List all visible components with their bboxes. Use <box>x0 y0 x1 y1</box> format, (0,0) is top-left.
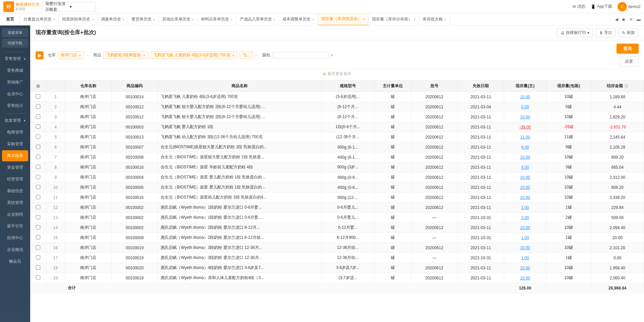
sidebar-item-retail-mgmt[interactable]: 零售管理 ▾ <box>2 53 28 64</box>
row-stock-main[interactable]: 10.00 <box>504 263 546 273</box>
row-checkbox[interactable] <box>30 172 46 182</box>
row-stock-main[interactable]: 3.00 <box>504 162 546 172</box>
account-selector[interactable]: 母婴行业演示账套 ▾ <box>42 2 96 11</box>
sidebar-quick-nav[interactable]: 快捷导航 <box>2 39 28 48</box>
sidebar-item-retail-stat[interactable]: 零售统计 <box>2 100 28 111</box>
row-stock-main[interactable]: 10.00 <box>504 172 546 182</box>
sidebar-item-member[interactable]: 会员中心 <box>2 89 28 100</box>
tab-close-stock-batch[interactable]: × <box>444 17 446 21</box>
tab-diao-bo[interactable]: 调拨单历史× <box>98 13 128 25</box>
row-stock-main[interactable]: 10.00 <box>504 223 546 233</box>
row-stock-main[interactable]: 10.00 <box>504 92 546 102</box>
row-checkbox[interactable] <box>30 112 46 122</box>
product-tag2-close[interactable]: × <box>232 53 234 57</box>
row-checkbox[interactable] <box>30 102 46 112</box>
row-checkbox[interactable] <box>30 142 46 152</box>
row-checkbox[interactable] <box>30 203 46 213</box>
tab-close-all-btn[interactable]: ✕ <box>628 16 635 23</box>
row-stock-main[interactable]: 1.00 <box>504 203 546 213</box>
tab-other-out[interactable]: 其他出库单历史× <box>159 13 198 25</box>
sidebar-item-retail-shop[interactable]: 零售商城 <box>2 65 28 76</box>
product-tag1-close[interactable]: × <box>143 53 145 57</box>
sidebar-search[interactable]: 搜索菜单 <box>2 28 28 37</box>
sidebar-item-wholesale[interactable]: 批发管理 ▾ <box>2 115 28 126</box>
warehouse-tag-close[interactable]: × <box>79 53 81 57</box>
tab-stock-dist[interactable]: 现存量（库存分布表）× <box>369 13 419 25</box>
tab-stock-status[interactable]: 现存量（库存状况表）× <box>318 13 369 25</box>
row-checkbox[interactable] <box>30 213 46 223</box>
row-checkbox[interactable] <box>30 162 46 172</box>
tab-product-in[interactable]: 产成品入库单历史× <box>236 13 279 25</box>
product-tag3[interactable]: 飞... <box>239 51 253 59</box>
sidebar-item-apps[interactable]: 应用中心 <box>2 232 28 244</box>
settings-btn[interactable]: 设置 <box>619 56 639 67</box>
sidebar-item-guide[interactable]: 新手引导 <box>2 221 28 232</box>
row-stock-main[interactable]: 1.00 <box>504 233 546 243</box>
sidebar-item-wechat[interactable]: 企业微信 <box>2 244 28 255</box>
row-checkbox[interactable] <box>30 223 46 233</box>
row-stock-main[interactable]: 10.00 <box>504 182 546 193</box>
tab-close-zu-zhuang[interactable]: × <box>92 17 94 21</box>
row-checkbox[interactable] <box>30 92 46 102</box>
sidebar-item-basic[interactable]: 基础信息 <box>2 185 28 197</box>
settings-icon[interactable]: ⚙ <box>36 84 40 89</box>
color-dropdown-icon[interactable]: ▾ <box>331 53 333 58</box>
tab-zu-zhuang[interactable]: 组装拆卸单历史× <box>59 13 97 25</box>
row-stock-main[interactable]: 1.00 <box>504 253 546 263</box>
tab-cost-adjust[interactable]: 成本调整单历史× <box>279 13 318 25</box>
filter-expand-btn[interactable]: ▶ <box>36 51 44 59</box>
tab-close-material-out[interactable]: × <box>230 17 232 21</box>
print-btn[interactable]: 🖨 按模板打印 ▾ <box>557 28 593 37</box>
row-stock-main[interactable]: 2.00 <box>504 213 546 223</box>
sidebar-item-collab[interactable]: 企业协同 <box>2 209 28 220</box>
row-checkbox[interactable] <box>30 122 46 132</box>
product-more[interactable]: ··· <box>255 53 258 58</box>
row-stock-main[interactable]: 10.00 <box>504 273 546 283</box>
tab-close-yao-huo[interactable]: × <box>153 17 155 21</box>
tab-close-product-in[interactable]: × <box>273 17 275 21</box>
sidebar-item-ecommerce[interactable]: 电商管理 <box>2 127 28 138</box>
product-tag2[interactable]: 飞鹤星飞帆 儿童奶粉 4段(3-6岁适用) 700克 × <box>150 51 237 59</box>
user-avatar-area[interactable]: E demo2 <box>618 2 641 11</box>
col-settings[interactable]: ⚙ <box>30 80 46 92</box>
product-tag1[interactable]: 飞鹤奶粉3段两提装 × <box>103 51 148 59</box>
sidebar-item-marketing[interactable]: 营销推广 <box>2 77 28 88</box>
row-stock-main[interactable]: 10.00 <box>504 112 546 122</box>
tab-fen-pan[interactable]: 分量盘点单历史× <box>20 13 59 25</box>
tab-close-diao-bo[interactable]: × <box>122 17 124 21</box>
warehouse-more[interactable]: ··· <box>86 53 89 58</box>
row-checkbox[interactable] <box>30 253 46 263</box>
sidebar-item-stock[interactable]: 库存核算 <box>2 150 28 161</box>
tab-next-btn[interactable]: ▶ <box>621 16 627 23</box>
row-checkbox[interactable] <box>30 152 46 162</box>
row-stock-main[interactable]: 10.00 <box>504 152 546 162</box>
row-checkbox[interactable] <box>30 132 46 142</box>
query-btn[interactable]: 查询 <box>616 44 639 54</box>
sidebar-item-purchase[interactable]: 采购管理 <box>2 139 28 150</box>
tab-close-stock-dist[interactable]: × <box>414 17 416 21</box>
row-stock-main[interactable]: 10.00 <box>504 243 546 253</box>
warehouse-tag[interactable]: 南岸门店 × <box>58 51 84 59</box>
message-btn[interactable]: ✉ 消息 <box>573 4 585 9</box>
tab-stock-batch[interactable]: 库存批次账× <box>419 13 450 25</box>
tab-yao-huo[interactable]: 要货单历史× <box>128 13 159 25</box>
row-stock-main[interactable]: 0.00 <box>504 102 546 112</box>
app-download-btn[interactable]: 📱 App下载 <box>591 4 612 9</box>
balance-info-icon[interactable]: ⓘ <box>625 84 628 88</box>
sidebar-item-system[interactable]: 系统管理 <box>2 197 28 208</box>
tab-close-other-out[interactable]: × <box>192 17 194 21</box>
refresh-btn[interactable]: ↻ 刷新 <box>619 28 639 37</box>
tab-prev-btn[interactable]: ◀ <box>613 16 620 23</box>
row-stock-main[interactable]: 10.00 <box>504 193 546 203</box>
tab-close-fen-pan[interactable]: × <box>53 17 55 21</box>
row-stock-main[interactable]: -39.00 <box>504 122 546 132</box>
tab-home[interactable]: 首页 <box>0 13 20 25</box>
row-checkbox[interactable] <box>30 243 46 253</box>
filter-expand-row[interactable]: ⊞ 展开更多条件 <box>36 69 639 77</box>
row-checkbox[interactable] <box>30 193 46 203</box>
row-checkbox[interactable] <box>30 273 46 283</box>
row-checkbox[interactable] <box>30 263 46 273</box>
tab-material-out[interactable]: 材料出库单历史× <box>198 13 236 25</box>
tab-menu-btn[interactable]: ▬ <box>635 16 642 23</box>
row-checkbox[interactable] <box>30 233 46 243</box>
